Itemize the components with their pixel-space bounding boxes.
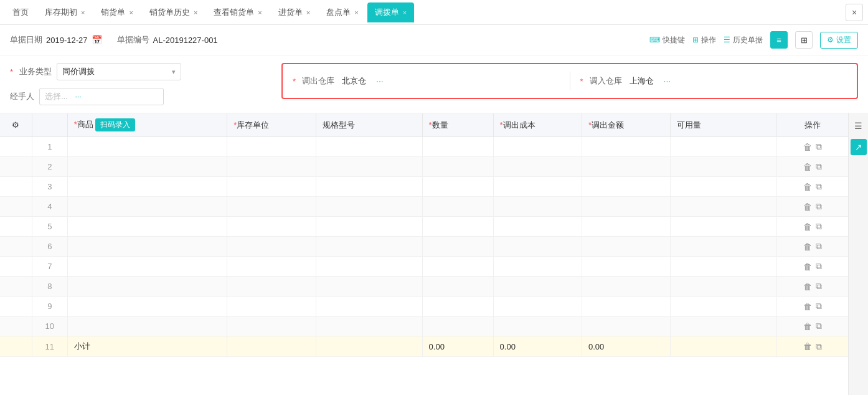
row-spec[interactable] — [316, 297, 422, 316]
row-delete-icon[interactable]: 🗑 — [803, 302, 812, 312]
row-goods[interactable] — [67, 137, 227, 157]
subtotal-delete-icon[interactable]: 🗑 — [803, 341, 812, 351]
shortcuts-button[interactable]: ⌨ 快捷键 — [649, 35, 685, 45]
tab-close-sales-history[interactable]: × — [194, 9, 197, 16]
row-unit[interactable] — [227, 217, 316, 237]
row-goods[interactable] — [67, 217, 227, 237]
row-qty[interactable] — [422, 277, 493, 297]
row-cost[interactable] — [493, 237, 582, 257]
tab-close-purchase-order[interactable]: × — [306, 9, 310, 16]
row-delete-icon[interactable]: 🗑 — [803, 242, 812, 252]
subtotal-copy-icon[interactable]: ⧉ — [816, 341, 822, 352]
row-goods[interactable] — [67, 316, 227, 336]
row-goods[interactable] — [67, 257, 227, 277]
row-copy-icon[interactable]: ⧉ — [816, 261, 822, 272]
row-spec[interactable] — [316, 237, 422, 257]
row-qty[interactable] — [422, 257, 493, 277]
row-amount[interactable] — [582, 157, 671, 177]
row-unit[interactable] — [227, 137, 316, 157]
tab-sales-history[interactable]: 销货单历史 × — [142, 2, 205, 22]
row-qty[interactable] — [422, 177, 493, 197]
row-amount[interactable] — [582, 217, 671, 237]
row-spec[interactable] — [316, 257, 422, 277]
row-unit[interactable] — [227, 157, 316, 177]
row-copy-icon[interactable]: ⧉ — [816, 201, 822, 212]
tab-purchase-order[interactable]: 进货单 × — [271, 2, 318, 22]
row-qty[interactable] — [422, 217, 493, 237]
row-delete-icon[interactable]: 🗑 — [803, 142, 812, 152]
row-amount[interactable] — [582, 177, 671, 197]
row-unit[interactable] — [227, 257, 316, 277]
row-delete-icon[interactable]: 🗑 — [803, 222, 812, 232]
row-delete-icon[interactable]: 🗑 — [803, 162, 812, 172]
row-copy-icon[interactable]: ⧉ — [816, 181, 822, 192]
row-goods[interactable] — [67, 177, 227, 197]
row-cost[interactable] — [493, 257, 582, 277]
row-delete-icon[interactable]: 🗑 — [803, 202, 812, 212]
tab-inventory-count[interactable]: 盘点单 × — [319, 2, 366, 22]
window-close-button[interactable]: × — [846, 4, 863, 21]
row-cost[interactable] — [493, 177, 582, 197]
row-copy-icon[interactable]: ⧉ — [816, 321, 822, 331]
row-qty[interactable] — [422, 316, 493, 336]
row-copy-icon[interactable]: ⧉ — [816, 281, 822, 292]
tab-transfer-order[interactable]: 调拨单 × — [367, 2, 414, 22]
row-cost[interactable] — [493, 277, 582, 297]
out-warehouse-more-button[interactable]: ··· — [376, 76, 384, 86]
row-cost[interactable] — [493, 217, 582, 237]
history-button[interactable]: ☰ 历史单据 — [724, 35, 763, 45]
row-unit[interactable] — [227, 316, 316, 336]
row-spec[interactable] — [316, 217, 422, 237]
scan-button[interactable]: 扫码录入 — [95, 118, 135, 131]
row-copy-icon[interactable]: ⧉ — [816, 221, 822, 232]
row-delete-icon[interactable]: 🗑 — [803, 182, 812, 192]
grid-view-button[interactable]: ⊞ — [795, 31, 813, 49]
row-spec[interactable] — [316, 157, 422, 177]
col-header-settings[interactable]: ⚙ — [0, 113, 32, 137]
tab-view-sales[interactable]: 查看销货单 × — [206, 2, 269, 22]
row-unit[interactable] — [227, 297, 316, 316]
tab-close-inventory-init[interactable]: × — [81, 9, 85, 16]
row-amount[interactable] — [582, 197, 671, 217]
row-unit[interactable] — [227, 177, 316, 197]
tab-close-view-sales[interactable]: × — [258, 9, 262, 16]
row-qty[interactable] — [422, 137, 493, 157]
operations-button[interactable]: ⊞ 操作 — [692, 35, 716, 45]
row-cost[interactable] — [493, 316, 582, 336]
row-cost[interactable] — [493, 197, 582, 217]
calendar-icon[interactable]: 📅 — [92, 35, 102, 45]
settings-button[interactable]: ⚙ 设置 — [820, 32, 858, 49]
row-delete-icon[interactable]: 🗑 — [803, 262, 812, 272]
sidebar-list-icon[interactable]: ☰ — [851, 118, 867, 134]
row-spec[interactable] — [316, 137, 422, 157]
handler-more-icon[interactable]: ··· — [75, 92, 81, 101]
row-cost[interactable] — [493, 297, 582, 316]
row-spec[interactable] — [316, 316, 422, 336]
row-goods[interactable] — [67, 197, 227, 217]
row-delete-icon[interactable]: 🗑 — [803, 282, 812, 292]
tab-sales-order[interactable]: 销货单 × — [93, 2, 140, 22]
row-amount[interactable] — [582, 277, 671, 297]
tab-close-sales-order[interactable]: × — [129, 9, 133, 16]
row-goods[interactable] — [67, 297, 227, 316]
handler-select[interactable]: 选择... ··· — [39, 88, 164, 105]
row-goods[interactable] — [67, 157, 227, 177]
row-unit[interactable] — [227, 197, 316, 217]
row-unit[interactable] — [227, 277, 316, 297]
tab-close-inventory-count[interactable]: × — [354, 9, 358, 16]
row-spec[interactable] — [316, 177, 422, 197]
row-amount[interactable] — [582, 316, 671, 336]
row-delete-icon[interactable]: 🗑 — [803, 321, 812, 331]
row-spec[interactable] — [316, 197, 422, 217]
row-copy-icon[interactable]: ⧉ — [816, 161, 822, 172]
row-qty[interactable] — [422, 237, 493, 257]
column-settings-icon[interactable]: ⚙ — [12, 120, 19, 130]
row-qty[interactable] — [422, 157, 493, 177]
row-cost[interactable] — [493, 137, 582, 157]
tab-close-transfer-order[interactable]: × — [403, 9, 407, 16]
row-goods[interactable] — [67, 237, 227, 257]
row-goods[interactable] — [67, 277, 227, 297]
tab-home[interactable]: 首页 — [5, 2, 36, 22]
tab-inventory-init[interactable]: 库存期初 × — [37, 2, 92, 22]
row-amount[interactable] — [582, 137, 671, 157]
